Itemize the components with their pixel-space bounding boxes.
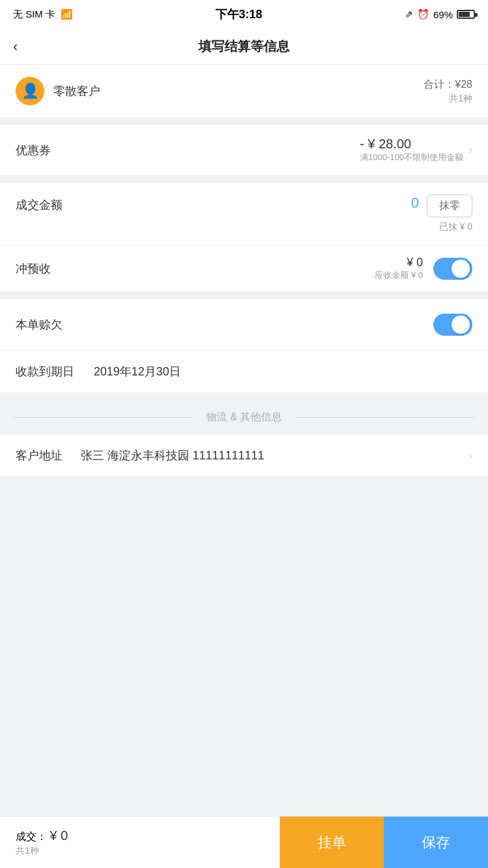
- coupon-detail: - ¥ 28.00 满1000-100不限制使用金额: [360, 137, 463, 163]
- debt-toggle-knob: [452, 316, 470, 334]
- amount-sub: 已抹 ¥ 0: [439, 221, 472, 233]
- debt-section: 本单赊欠 收款到期日 2019年12月30日: [0, 299, 488, 392]
- avatar-icon: 👤: [21, 83, 39, 100]
- divider-line-left: [13, 417, 193, 418]
- coupon-right: - ¥ 28.00 满1000-100不限制使用金额 ›: [360, 137, 472, 163]
- customer-avatar: 👤: [16, 77, 44, 105]
- coupon-amount: - ¥ 28.00: [360, 137, 463, 152]
- page-title: 填写结算等信息: [198, 38, 290, 55]
- bottom-summary-line1: 成交： ¥ 0: [16, 828, 264, 844]
- customer-section: 👤 零散客户 合计：¥28 共1种: [0, 65, 488, 117]
- amount-value: 0: [411, 195, 419, 211]
- debt-label: 本单赊欠: [16, 317, 62, 332]
- precharge-amount: ¥ 0 应收金额 ¥ 0: [375, 256, 423, 281]
- hold-button[interactable]: 挂单: [280, 817, 384, 869]
- summary-amount: ¥ 0: [49, 828, 68, 843]
- alarm-icon: ⏰: [417, 8, 429, 20]
- round-button[interactable]: 抹零: [427, 195, 472, 217]
- sim-status: 无 SIM 卡: [13, 8, 55, 21]
- save-button[interactable]: 保存: [384, 817, 488, 869]
- due-label: 收款到期日: [16, 364, 74, 379]
- debt-row: 本单赊欠: [0, 299, 488, 350]
- customer-right: 合计：¥28 共1种: [424, 78, 472, 105]
- battery-percent: 69%: [433, 9, 453, 20]
- address-chevron-icon: ›: [468, 449, 472, 463]
- address-label: 客户地址: [16, 448, 68, 463]
- customer-name: 零散客户: [53, 83, 100, 99]
- precharge-label: 冲预收: [16, 261, 51, 277]
- debt-toggle[interactable]: [433, 314, 472, 336]
- customer-total: 合计：¥28: [424, 78, 472, 92]
- divider-line-right: [295, 417, 475, 418]
- coupon-row[interactable]: 优惠券 - ¥ 28.00 满1000-100不限制使用金额 ›: [0, 125, 488, 175]
- precharge-toggle[interactable]: [433, 258, 472, 280]
- bottom-summary: 成交： ¥ 0 共1种: [0, 828, 280, 857]
- status-bar: 无 SIM 卡 📶 下午3:18 ⇗ ⏰ 69%: [0, 0, 488, 29]
- address-value: 张三 海淀永丰科技园 11111111111: [81, 448, 468, 463]
- location-icon: ⇗: [405, 8, 413, 20]
- amount-label: 成交金额: [16, 197, 62, 213]
- divider-section: 物流 & 其他信息: [0, 400, 488, 435]
- customer-row: 👤 零散客户 合计：¥28 共1种: [0, 65, 488, 117]
- amount-right: 0 抹零: [411, 195, 472, 217]
- due-value: 2019年12月30日: [94, 364, 181, 379]
- transaction-section: 成交金额 0 抹零 已抹 ¥ 0 冲预收 ¥ 0 应收金额 ¥ 0: [0, 183, 488, 292]
- amount-row: 成交金额 0 抹零 已抹 ¥ 0: [0, 183, 488, 245]
- status-right: ⇗ ⏰ 69%: [405, 8, 475, 20]
- coupon-chevron-icon: ›: [468, 143, 472, 157]
- summary-label: 成交：: [16, 831, 47, 842]
- status-left: 无 SIM 卡 📶: [13, 8, 73, 21]
- customer-count: 共1种: [424, 93, 472, 105]
- nav-bar: ‹ 填写结算等信息: [0, 29, 488, 65]
- toggle-knob: [452, 260, 470, 278]
- bottom-bar: 成交： ¥ 0 共1种 挂单 保存: [0, 816, 488, 868]
- status-time: 下午3:18: [215, 7, 262, 22]
- battery-icon: [457, 10, 475, 19]
- wifi-icon: 📶: [61, 8, 73, 20]
- bottom-spacer: [0, 476, 488, 528]
- divider-text: 物流 & 其他信息: [206, 411, 282, 424]
- precharge-right: ¥ 0 应收金额 ¥ 0: [375, 256, 472, 281]
- precharge-sub: 应收金额 ¥ 0: [375, 269, 423, 281]
- precharge-row: 冲预收 ¥ 0 应收金额 ¥ 0: [0, 245, 488, 292]
- coupon-section: 优惠券 - ¥ 28.00 满1000-100不限制使用金额 ›: [0, 125, 488, 175]
- coupon-desc: 满1000-100不限制使用金额: [360, 152, 463, 163]
- customer-left: 👤 零散客户: [16, 77, 100, 105]
- coupon-label: 优惠券: [16, 142, 51, 158]
- summary-count: 共1种: [16, 845, 264, 857]
- precharge-value: ¥ 0: [375, 256, 423, 269]
- address-section: 客户地址 张三 海淀永丰科技园 11111111111 ›: [0, 435, 488, 476]
- due-date-row: 收款到期日 2019年12月30日: [0, 350, 488, 392]
- address-row[interactable]: 客户地址 张三 海淀永丰科技园 11111111111 ›: [0, 435, 488, 476]
- back-button[interactable]: ‹: [13, 38, 18, 55]
